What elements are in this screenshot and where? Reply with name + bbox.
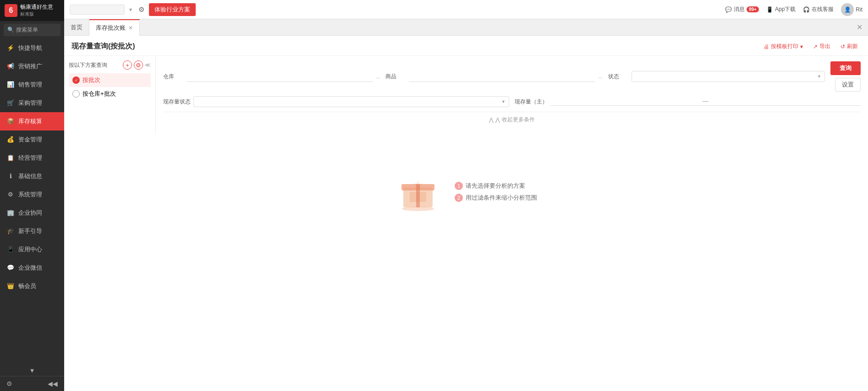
- sidebar-item-app-center[interactable]: 📱 应用中心: [0, 240, 64, 259]
- query-btn[interactable]: 查询: [830, 61, 861, 75]
- scheme-header: 按以下方案查询 + ⚙ ≪: [69, 60, 151, 70]
- scheme-item-by-warehouse-batch[interactable]: 按仓库+批次: [69, 87, 151, 101]
- filter-buttons: 查询 设置: [830, 61, 861, 92]
- scheme-title: 按以下方案查询: [69, 61, 107, 69]
- sidebar-item-newbie[interactable]: 🎓 新手引导: [0, 222, 64, 240]
- quick-nav-icon: ⚡: [6, 44, 15, 52]
- settings-btn[interactable]: 设置: [835, 78, 861, 92]
- app-download-label: App下载: [775, 5, 796, 13]
- message-badge: 99+: [747, 6, 759, 12]
- collapse-sidebar-icon[interactable]: ◀◀: [48, 380, 58, 387]
- tip-text-1: 请先选择要分析的方案: [466, 182, 525, 190]
- qty-min-input[interactable]: [550, 98, 700, 104]
- print-btn[interactable]: 🖨 按模板打印 ▾: [761, 41, 806, 52]
- scheme-dot-outline: [72, 90, 80, 98]
- settings-icon[interactable]: ⚙: [6, 380, 12, 387]
- sidebar-item-member[interactable]: 👑 畅会员: [0, 277, 64, 295]
- finance-icon: 💰: [6, 136, 15, 144]
- sidebar-scroll-down[interactable]: ▼: [0, 365, 64, 376]
- user-avatar: 👤: [841, 3, 854, 16]
- qty-range-sep: —: [703, 98, 709, 104]
- refresh-btn[interactable]: ↺ 刷新: [838, 41, 861, 52]
- sidebar-item-inventory[interactable]: 📦 库存核算: [0, 112, 64, 130]
- sales-icon: 📊: [6, 81, 15, 89]
- sidebar-item-label: 新手引导: [18, 227, 42, 235]
- search-icon: 🔍: [7, 27, 14, 33]
- tab-close-main-icon[interactable]: ✕: [857, 23, 868, 32]
- sidebar-item-marketing[interactable]: 📢 营销推广: [0, 57, 64, 76]
- sidebar-item-enterprise[interactable]: 🏢 企业协同: [0, 204, 64, 222]
- sidebar-nav: ⚡ 快捷导航 📢 营销推广 📊 销售管理 🛒 采购管理 📦 库存核算 💰 资金管…: [0, 39, 64, 365]
- app-download-icon: 📱: [766, 6, 773, 13]
- topbar-online-service[interactable]: 🎧 在线客服: [803, 5, 834, 13]
- sidebar-item-label: 畅会员: [18, 282, 36, 290]
- scheme-item-label: 按仓库+批次: [82, 90, 116, 98]
- scheme-actions: + ⚙ ≪: [123, 60, 151, 70]
- collapse-label: 收起更多条件: [502, 116, 535, 124]
- sidebar-item-system[interactable]: ⚙ 系统管理: [0, 185, 64, 204]
- warehouse-input[interactable]: [187, 71, 373, 82]
- sidebar-item-label: 快捷导航: [18, 44, 42, 52]
- main-area: ▾ ⚙ 体验行业方案 💬 消息 99+ 📱 App下载 🎧 在线客服 👤 Rit: [64, 0, 868, 391]
- qty-range: —: [550, 98, 861, 106]
- topbar-gear-icon[interactable]: ⚙: [138, 5, 144, 14]
- sidebar-item-quick-nav[interactable]: ⚡ 快捷导航: [0, 39, 64, 57]
- scheme-collapse-icon[interactable]: ≪: [145, 62, 151, 68]
- print-chevron-icon: ▾: [800, 43, 803, 50]
- user-name: Rit: [856, 6, 863, 13]
- newbie-icon: 🎓: [6, 227, 15, 235]
- topbar-message[interactable]: 💬 消息 99+: [725, 5, 759, 13]
- topbar-search-input[interactable]: [70, 5, 125, 15]
- refresh-icon: ↺: [841, 43, 845, 50]
- tip-text-2: 用过滤条件来缩小分析范围: [466, 194, 537, 202]
- sidebar-item-basic[interactable]: ℹ 基础信息: [0, 167, 64, 185]
- business-icon: 📋: [6, 154, 15, 162]
- online-service-icon: 🎧: [803, 6, 810, 13]
- export-btn[interactable]: ↗ 导出: [810, 41, 833, 52]
- system-icon: ⚙: [6, 190, 15, 199]
- product-input[interactable]: [409, 71, 595, 82]
- sidebar-item-purchase[interactable]: 🛒 采购管理: [0, 94, 64, 112]
- export-icon: ↗: [813, 43, 818, 50]
- tab-home[interactable]: 首页: [64, 19, 89, 36]
- product-more-btn[interactable]: ...: [598, 74, 602, 79]
- scheme-add-btn[interactable]: +: [123, 60, 132, 70]
- empty-tips: 1 请先选择要分析的方案 2 用过滤条件来缩小分析范围: [455, 182, 537, 202]
- sidebar-item-label: 库存核算: [18, 117, 42, 125]
- basic-icon: ℹ: [6, 172, 15, 180]
- sidebar-header: 6 畅康通好生意 标准版: [0, 0, 64, 21]
- inventory-icon: 📦: [6, 117, 15, 125]
- collapse-btn[interactable]: ⋀ ⋀ 收起更多条件: [487, 114, 536, 125]
- sidebar-item-business[interactable]: 📋 经营管理: [0, 149, 64, 167]
- filter-inv-status-group: 现存量状态: [163, 96, 509, 107]
- sidebar-item-finance[interactable]: 💰 资金管理: [0, 130, 64, 149]
- inv-status-select[interactable]: [193, 96, 509, 107]
- sidebar-search[interactable]: 🔍 搜索菜单: [4, 24, 60, 36]
- user-avatar-text: 👤: [844, 6, 851, 13]
- filter-qty-group: 现存量（主） —: [515, 98, 861, 106]
- page-title: 现存量查询(按批次): [71, 42, 135, 51]
- topbar-user[interactable]: 👤 Rit: [841, 3, 863, 16]
- topbar-chevron-icon[interactable]: ▾: [129, 6, 132, 13]
- sidebar-item-enterprise-wechat[interactable]: 💬 企业微信: [0, 259, 64, 277]
- warehouse-more-btn[interactable]: ...: [376, 74, 380, 79]
- topbar-app-download[interactable]: 📱 App下载: [766, 5, 796, 13]
- qty-label: 现存量（主）: [515, 98, 548, 106]
- status-select[interactable]: [632, 71, 825, 82]
- scheme-item-by-batch[interactable]: ✓ 按批次: [69, 73, 151, 87]
- collapse-row: ⋀ ⋀ 收起更多条件: [163, 112, 861, 129]
- scheme-settings-btn[interactable]: ⚙: [134, 60, 143, 70]
- empty-icon-svg: [395, 171, 441, 212]
- sidebar-item-label: 系统管理: [18, 190, 42, 199]
- tab-inventory-batch[interactable]: 库存批次账 ✕: [89, 19, 140, 36]
- sidebar-item-sales[interactable]: 📊 销售管理: [0, 76, 64, 94]
- tabbar: 首页 库存批次账 ✕ ✕: [64, 19, 868, 36]
- page-actions: 🖨 按模板打印 ▾ ↗ 导出 ↺ 刷新: [761, 41, 861, 52]
- app-name-group: 畅康通好生意 标准版: [20, 4, 53, 17]
- trial-btn[interactable]: 体验行业方案: [149, 3, 196, 16]
- sidebar-item-label: 资金管理: [18, 136, 42, 144]
- tab-close-icon[interactable]: ✕: [128, 25, 133, 31]
- filter-row-1: 仓库 ... 商品 ... 状态: [163, 61, 861, 92]
- qty-max-input[interactable]: [711, 98, 861, 104]
- message-label: 消息: [734, 5, 745, 13]
